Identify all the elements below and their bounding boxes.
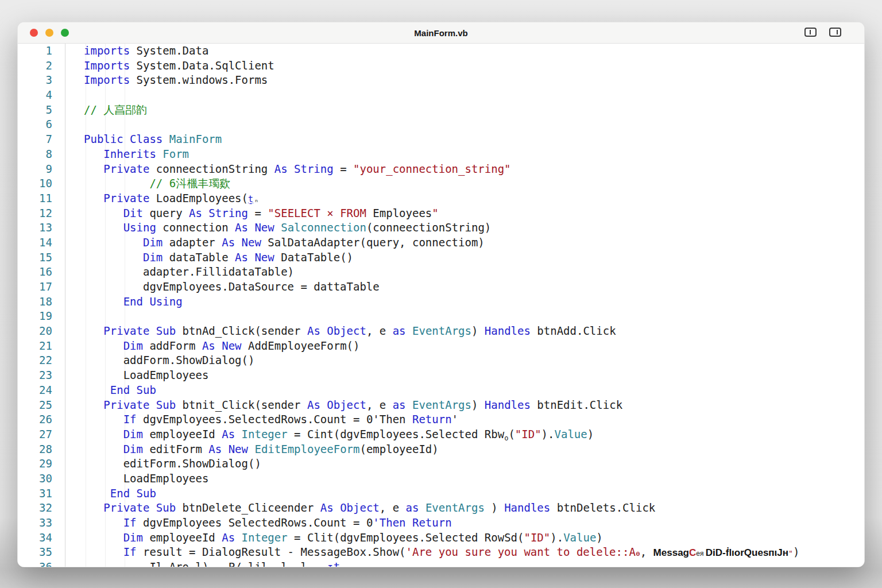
- close-button[interactable]: [30, 29, 38, 37]
- line-number: 1: [18, 44, 65, 59]
- line-content[interactable]: Using connection As New Salconnection(co…: [65, 220, 864, 235]
- line-content[interactable]: LoadEmployees: [65, 471, 864, 486]
- code-token: employeeId: [143, 428, 222, 440]
- code-token: System.Data: [130, 44, 208, 57]
- code-line: 29editForm.ShowDialog(): [18, 457, 864, 471]
- code-token: MainForm: [163, 133, 222, 145]
- line-number: 11: [18, 191, 65, 206]
- code-token: If: [123, 413, 137, 425]
- line-content[interactable]: Dim employeeId As Integer = Clit(dgvEmpl…: [65, 531, 864, 546]
- code-token: End Sub: [110, 384, 156, 396]
- line-content[interactable]: Dim dataTable As New DataTable(): [65, 250, 864, 265]
- code-token: (employeeId): [359, 443, 438, 455]
- code-token: as: [393, 399, 406, 411]
- line-content[interactable]: Inherits Form: [65, 147, 864, 162]
- zoom-button[interactable]: [61, 29, 69, 37]
- line-number: 23: [18, 368, 65, 383]
- code-token: dataTable: [163, 251, 235, 264]
- line-number: 19: [18, 309, 65, 324]
- minimize-button[interactable]: [45, 29, 53, 37]
- code-token: Dim: [123, 428, 143, 440]
- code-line: 10// 6㳆㯿丰㻿㰿: [18, 176, 864, 191]
- code-token: ↧t: [327, 560, 340, 567]
- line-content[interactable]: Public Class MainForm: [65, 132, 864, 147]
- code-token: As String: [274, 163, 334, 175]
- line-content[interactable]: If result = DialogResult - MessageBox.Sh…: [65, 545, 864, 560]
- code-token: C: [689, 547, 696, 558]
- line-content[interactable]: Private conneectionString As String = "y…: [65, 162, 864, 177]
- line-number: 3: [18, 73, 65, 88]
- line-content[interactable]: End Sub: [65, 486, 864, 501]
- code-token: EditEmployeeForm: [254, 443, 359, 455]
- line-content[interactable]: LoadEmployees: [65, 368, 864, 383]
- code-line: 1imports System.Data: [18, 44, 864, 59]
- code-token: dgvEmployees.SelectedRows.Count = 0'Then: [137, 413, 412, 425]
- code-token: as: [406, 501, 419, 514]
- panel-left-icon[interactable]: [804, 28, 817, 37]
- code-token: ): [471, 324, 485, 337]
- code-token: Handles: [485, 399, 531, 411]
- line-content[interactable]: Il Aro.l). P/ lil. l. l .↧t.: [65, 560, 864, 567]
- code-token: ).: [541, 428, 555, 440]
- line-content[interactable]: End Sub: [65, 383, 864, 398]
- line-content[interactable]: Imports System.windows.Forms: [65, 73, 864, 88]
- code-token: // 人亯郘䪨: [84, 103, 147, 116]
- code-token: Private Sub: [103, 399, 176, 411]
- line-content[interactable]: End Using: [65, 295, 864, 310]
- code-token: Private: [103, 192, 149, 204]
- line-number: 34: [18, 531, 65, 546]
- line-number: 22: [18, 353, 65, 368]
- code-line: 8Inherits Form: [18, 147, 864, 162]
- line-content[interactable]: [65, 309, 864, 324]
- line-content[interactable]: Dim employeeId As Integer = Cint(dgvEmpl…: [65, 427, 864, 442]
- code-token: , e: [366, 399, 393, 411]
- code-token: Inherits: [103, 148, 156, 160]
- code-token: dgvEmployees SelectedRows.Count = 0: [137, 516, 373, 529]
- line-content[interactable]: [65, 117, 864, 132]
- code-token: 'Then Return: [373, 516, 451, 529]
- line-content[interactable]: If dgvEmployees SelectedRows.Count = 0'T…: [65, 516, 864, 531]
- line-number: 24: [18, 383, 65, 398]
- line-content[interactable]: If dgvEmployees.SelectedRows.Count = 0'T…: [65, 412, 864, 427]
- code-token: query: [143, 207, 189, 219]
- code-token: LoadEmployees(: [149, 192, 248, 204]
- code-token: ): [596, 531, 602, 544]
- line-content[interactable]: Private LoadEmployees(ṯ ₙ: [65, 191, 864, 206]
- code-token: // 6㳆㯿丰㻿㰿: [149, 177, 230, 189]
- code-line: 12Dit query As String = "SEELECT × FROM …: [18, 206, 864, 221]
- code-token: As Object: [307, 399, 366, 411]
- code-token: DiD-ḟlıorQuesпιJн: [706, 547, 788, 558]
- line-content[interactable]: addForm.ShowDialog(): [65, 353, 864, 368]
- line-number: 7: [18, 132, 65, 147]
- line-content[interactable]: Private Sub btnAd_Click(sender As Object…: [65, 324, 864, 339]
- code-line: 26If dgvEmployees.SelectedRows.Count = 0…: [18, 412, 864, 427]
- line-content[interactable]: dgvEmployees.DataSource = dattaTable: [65, 280, 864, 295]
- code-token: btnDelets.Click: [550, 501, 655, 514]
- code-token: [406, 399, 412, 411]
- line-content[interactable]: editForm.ShowDialog(): [65, 457, 864, 471]
- line-content[interactable]: Imports System.Data.SqlClient: [65, 59, 864, 74]
- line-content[interactable]: Private Sub btnit_Click(sender As Object…: [65, 398, 864, 413]
- line-content[interactable]: // 6㳆㯿丰㻿㰿: [65, 176, 864, 191]
- panel-right-icon[interactable]: [829, 28, 841, 37]
- code-line: 14Dim adapter As New SalDataAdapter(quer…: [18, 235, 864, 250]
- line-content[interactable]: Dim adapter As New SalDataAdapter(query,…: [65, 235, 864, 250]
- code-token: Using: [123, 221, 156, 234]
- line-content[interactable]: Dit query As String = "SEELECT × FROM Em…: [65, 206, 864, 221]
- code-token: As New: [235, 221, 274, 234]
- window-titlebar: MainForm.vb: [18, 22, 864, 44]
- code-token: AddEmployeeForm(): [242, 339, 360, 352]
- line-content[interactable]: [65, 88, 864, 103]
- line-content[interactable]: Private Sub btnDelete_Cliceender As Obje…: [65, 501, 864, 516]
- code-token: =: [248, 207, 268, 219]
- titlebar-icons: [804, 28, 841, 37]
- line-content[interactable]: Dim editForm As New EditEmployeeForm(emp…: [65, 442, 864, 457]
- line-number: 32: [18, 501, 65, 516]
- line-content[interactable]: imports System.Data: [65, 44, 864, 59]
- line-content[interactable]: adapter.FillidataTable): [65, 265, 864, 280]
- line-content[interactable]: // 人亯郘䪨: [65, 103, 864, 118]
- code-editor[interactable]: 1imports System.Data2Imports System.Data…: [18, 44, 864, 567]
- code-line: 16adapter.FillidataTable): [18, 265, 864, 280]
- code-token: Messag: [653, 547, 689, 558]
- line-content[interactable]: Dim addForm As New AddEmployeeForm(): [65, 339, 864, 354]
